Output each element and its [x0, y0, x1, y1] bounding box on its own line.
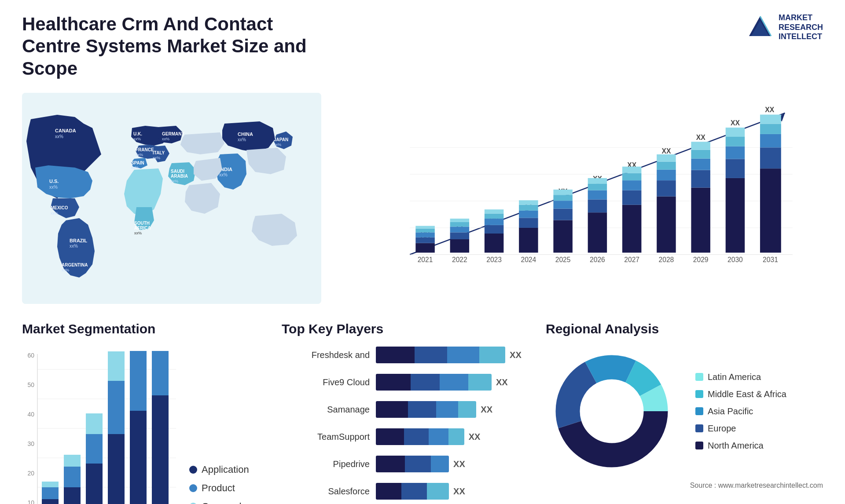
svg-point-161	[580, 380, 643, 443]
legend-middle-east: Middle East & Africa	[695, 389, 786, 399]
svg-text:AFRICA: AFRICA	[134, 226, 151, 230]
svg-rect-72	[553, 220, 572, 253]
svg-text:XX: XX	[696, 134, 705, 141]
svg-rect-86	[622, 205, 641, 253]
player-bar-container: XX	[376, 454, 528, 474]
segmentation-chart: 60 50 40 30 20 10 0	[22, 345, 180, 504]
svg-rect-69	[519, 201, 538, 205]
player-name: Salesforce	[282, 486, 370, 497]
svg-rect-103	[691, 150, 710, 159]
asia-pacific-dot	[695, 407, 703, 415]
svg-rect-74	[553, 201, 572, 208]
svg-text:2031: 2031	[763, 256, 778, 263]
application-label: Application	[202, 464, 249, 475]
logo-line3: INTELLECT	[779, 32, 823, 42]
svg-rect-108	[726, 159, 745, 178]
svg-rect-147	[108, 381, 125, 434]
svg-text:20: 20	[27, 470, 34, 477]
svg-text:U.S.: U.S.	[49, 179, 59, 184]
svg-text:BRAZIL: BRAZIL	[70, 238, 88, 243]
svg-rect-116	[760, 134, 781, 147]
application-dot	[189, 466, 197, 474]
donut-container: Latin America Middle East & Africa Asia …	[546, 345, 823, 477]
logo-area: MARKET RESEARCH INTELLECT	[747, 13, 823, 42]
svg-rect-51	[450, 239, 469, 252]
geography-label: Geography	[202, 501, 250, 504]
main-content: CANADA xx% U.S. xx% MEXICO xx% BRAZIL xx…	[22, 93, 823, 504]
europe-label: Europe	[708, 424, 736, 434]
svg-text:CANADA: CANADA	[55, 128, 76, 133]
player-bar-container: XX	[376, 482, 528, 501]
north-america-label: North America	[708, 441, 764, 451]
svg-text:ITALY: ITALY	[153, 150, 165, 155]
svg-rect-52	[450, 233, 469, 240]
svg-rect-59	[485, 225, 503, 234]
svg-rect-75	[553, 195, 572, 201]
svg-rect-46	[415, 233, 434, 237]
svg-rect-53	[450, 227, 469, 233]
svg-rect-66	[519, 218, 538, 228]
svg-text:U.K.: U.K.	[133, 131, 142, 136]
svg-text:10: 10	[27, 499, 34, 504]
svg-text:60: 60	[27, 352, 34, 359]
svg-rect-44	[415, 243, 434, 253]
svg-rect-148	[108, 351, 125, 381]
player-name: Freshdesk and	[282, 350, 370, 360]
svg-rect-154	[152, 351, 169, 395]
svg-text:xx%: xx%	[51, 211, 58, 215]
svg-rect-138	[64, 487, 81, 504]
player-value: XX	[453, 486, 465, 497]
player-bar-container: XX	[376, 345, 528, 365]
asia-pacific-label: Asia Pacific	[708, 406, 753, 416]
player-name: TeamSupport	[282, 432, 370, 442]
bar-chart-section: XX 2021 XX	[339, 93, 823, 304]
svg-rect-89	[622, 173, 641, 181]
svg-rect-45	[415, 237, 434, 243]
middle-east-label: Middle East & Africa	[708, 389, 786, 399]
svg-rect-153	[152, 395, 169, 504]
svg-rect-151	[130, 351, 147, 411]
players-title: Top Key Players	[282, 321, 528, 336]
legend-europe: Europe	[695, 424, 786, 434]
map-section: CANADA xx% U.S. xx% MEXICO xx% BRAZIL xx…	[22, 93, 321, 304]
player-row: TeamSupport XX	[282, 427, 528, 446]
svg-text:xx%: xx%	[238, 137, 246, 142]
svg-text:50: 50	[27, 381, 34, 388]
legend-asia-pacific: Asia Pacific	[695, 406, 786, 416]
svg-text:xx%: xx%	[133, 137, 141, 141]
logo-line2: RESEARCH	[779, 23, 823, 33]
svg-text:40: 40	[27, 411, 34, 418]
player-bar-container: XX	[376, 427, 528, 446]
logo-text: MARKET RESEARCH INTELLECT	[779, 13, 823, 42]
svg-rect-88	[622, 180, 641, 190]
svg-rect-48	[415, 226, 434, 229]
svg-text:ARGENTINA: ARGENTINA	[62, 263, 88, 267]
svg-text:xx%: xx%	[131, 165, 139, 170]
svg-rect-115	[760, 148, 781, 169]
world-map: CANADA xx% U.S. xx% MEXICO xx% BRAZIL xx…	[22, 93, 321, 304]
svg-text:2025: 2025	[555, 256, 571, 263]
product-label: Product	[202, 482, 235, 494]
north-america-dot	[695, 442, 703, 449]
svg-text:xx%: xx%	[274, 142, 281, 147]
svg-rect-111	[726, 128, 745, 137]
svg-rect-104	[691, 142, 710, 150]
players-list: Freshdesk and XX Five9 Clou	[282, 345, 528, 501]
svg-rect-117	[760, 124, 781, 134]
svg-text:xx%: xx%	[153, 156, 160, 160]
player-name: Samanage	[282, 405, 370, 415]
legend-latin-america: Latin America	[695, 372, 786, 382]
svg-rect-143	[86, 434, 103, 464]
svg-rect-87	[622, 190, 641, 205]
middle-east-dot	[695, 390, 703, 398]
svg-rect-109	[726, 146, 745, 159]
page-container: Healthcare Crm And Contact Centre System…	[0, 0, 845, 504]
header: Healthcare Crm And Contact Centre System…	[22, 13, 823, 80]
svg-text:xx%: xx%	[171, 179, 178, 183]
svg-rect-107	[726, 178, 745, 253]
svg-rect-139	[64, 467, 81, 487]
page-title: Healthcare Crm And Contact Centre System…	[22, 13, 330, 80]
regional-legend: Latin America Middle East & Africa Asia …	[695, 372, 786, 451]
segmentation-section: Market Segmentation 60 50 40 30 20 10 0	[22, 321, 264, 504]
svg-rect-142	[86, 464, 103, 504]
